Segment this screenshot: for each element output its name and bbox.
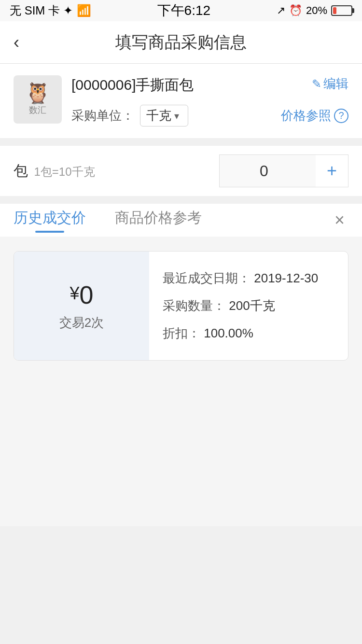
product-name: [0000006]手撕面包 (71, 75, 312, 95)
status-time: 下午6:12 (157, 1, 211, 20)
unit-area: 采购单位： 千克 ▾ (71, 105, 188, 126)
tabs-left: 历史成交价 商品价格参考 (14, 208, 202, 233)
edit-label: 编辑 (323, 75, 348, 92)
price-ref-button[interactable]: 价格参照 ? (281, 107, 348, 124)
sim-status: 无 SIM 卡 ✦ (10, 3, 73, 18)
page-title: 填写商品采购信息 (115, 31, 247, 54)
wifi-icon: 📶 (77, 4, 91, 17)
unit-label: 采购单位： (71, 108, 134, 123)
history-card: ¥0 交易2次 最近成交日期： 2019-12-30 采购数量： 200千克 折… (14, 251, 348, 361)
close-button[interactable]: × (331, 206, 348, 234)
history-price-area: ¥0 交易2次 (14, 252, 149, 360)
price-ref-label: 价格参照 (281, 107, 331, 124)
quantity-row: 包 1包=10千克 + (0, 138, 362, 196)
trade-count: 交易2次 (59, 314, 104, 331)
product-image: 🦉 数汇 (14, 75, 62, 124)
nav-bar: ‹ 填写商品采购信息 (0, 21, 362, 64)
purchase-qty-row: 采购数量： 200千克 (163, 296, 334, 315)
edit-icon: ✎ (312, 77, 321, 91)
tab-history-price[interactable]: 历史成交价 (14, 208, 86, 233)
recent-date-value: 2019-12-30 (254, 271, 318, 285)
chevron-down-icon: ▾ (174, 110, 179, 122)
tabs-row: 历史成交价 商品价格参考 × (0, 196, 362, 237)
alarm-icon: ⏰ (289, 4, 302, 17)
purchase-qty-label: 采购数量： (163, 298, 225, 313)
battery-percent: 20% (306, 4, 327, 17)
recent-date-label: 最近成交日期： (163, 271, 251, 285)
info-icon: ? (334, 109, 348, 123)
status-bar: 无 SIM 卡 ✦ 📶 下午6:12 ↗ ⏰ 20% (0, 0, 362, 21)
discount-row: 折扣： 100.00% (163, 324, 334, 343)
purchase-qty-value: 200千克 (229, 298, 275, 313)
qty-controls: + (219, 154, 348, 187)
discount-label: 折扣： (163, 326, 200, 340)
unit-value: 千克 (146, 107, 171, 124)
history-price: ¥0 (70, 280, 94, 309)
product-logo-icon: 🦉 (25, 83, 50, 103)
edit-button[interactable]: ✎ 编辑 (312, 75, 348, 92)
price-value: 0 (80, 281, 94, 309)
status-left: 无 SIM 卡 ✦ 📶 (10, 3, 91, 18)
back-button[interactable]: ‹ (14, 32, 19, 53)
product-top: 🦉 数汇 [0000006]手撕面包 ✎ 编辑 采购单位： 千克 ▾ (14, 75, 348, 126)
battery-icon (331, 5, 352, 16)
product-unit-row: 采购单位： 千克 ▾ 价格参照 ? (71, 105, 348, 126)
recent-date-row: 最近成交日期： 2019-12-30 (163, 269, 334, 288)
quantity-plus-button[interactable]: + (316, 154, 348, 187)
history-details: 最近成交日期： 2019-12-30 采购数量： 200千克 折扣： 100.0… (149, 252, 348, 360)
qty-label-area: 包 1包=10千克 (14, 161, 95, 181)
qty-unit-tag: 包 (14, 163, 28, 179)
product-info: [0000006]手撕面包 ✎ 编辑 采购单位： 千克 ▾ 价格参照 ? (71, 75, 348, 126)
product-card: 🦉 数汇 [0000006]手撕面包 ✎ 编辑 采购单位： 千克 ▾ (0, 64, 362, 138)
tab-price-ref[interactable]: 商品价格参考 (115, 208, 202, 233)
quantity-input[interactable] (219, 154, 316, 187)
history-content: ¥0 交易2次 最近成交日期： 2019-12-30 采购数量： 200千克 折… (0, 237, 362, 526)
location-icon: ↗ (277, 4, 285, 17)
status-right: ↗ ⏰ 20% (277, 4, 352, 17)
unit-select[interactable]: 千克 ▾ (140, 105, 188, 126)
currency-symbol: ¥ (70, 283, 80, 303)
product-logo-sub: 数汇 (29, 104, 46, 116)
qty-conversion: 1包=10千克 (34, 165, 95, 178)
product-header: [0000006]手撕面包 ✎ 编辑 (71, 75, 348, 95)
discount-value: 100.00% (204, 326, 253, 340)
